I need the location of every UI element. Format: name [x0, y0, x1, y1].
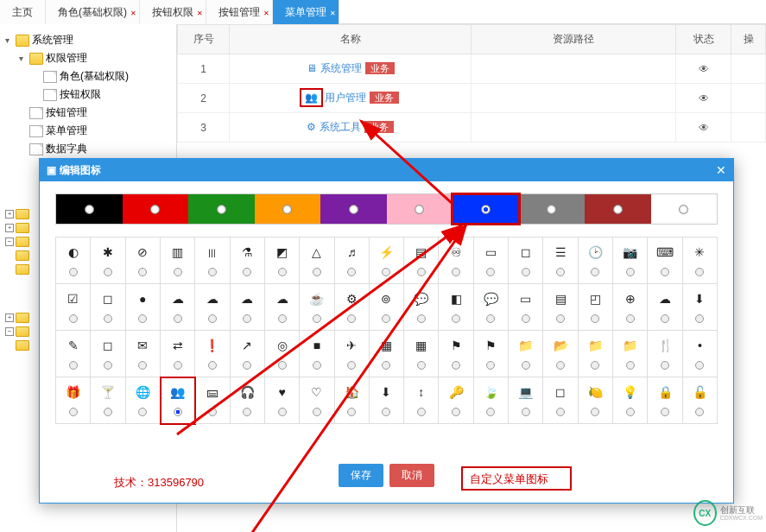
icon-option[interactable]: ⚗	[231, 238, 265, 284]
icon-option[interactable]: 📁	[613, 331, 648, 377]
color-swatch[interactable]	[188, 194, 255, 224]
icon-option[interactable]: ✎	[56, 331, 91, 377]
table-row[interactable]: 1 🖥系统管理业务 👁	[178, 54, 766, 84]
icon-option[interactable]: ⌨	[648, 238, 682, 284]
color-swatch[interactable]	[585, 194, 651, 224]
icon-option[interactable]: ♾	[439, 238, 473, 284]
icon-option[interactable]: 🕑	[579, 238, 613, 284]
icon-option[interactable]: △	[300, 238, 334, 284]
color-swatch[interactable]	[387, 194, 453, 224]
icon-option[interactable]: 🍴	[648, 331, 682, 377]
icon-option[interactable]: ◰	[579, 284, 613, 331]
tree-node-btnperm[interactable]: 按钮权限	[5, 86, 171, 104]
icon-option[interactable]: 💬	[404, 284, 439, 331]
color-swatch[interactable]	[519, 194, 586, 224]
tab-btn-mgmt[interactable]: 按钮管理✕	[206, 0, 273, 24]
icon-option[interactable]: ⚑	[474, 331, 509, 377]
color-swatch[interactable]	[123, 194, 189, 224]
icon-option[interactable]: 📁	[579, 331, 613, 377]
cancel-button[interactable]: 取消	[389, 464, 434, 487]
icon-option[interactable]: 💬	[474, 284, 509, 331]
close-icon[interactable]: ✕	[263, 2, 269, 26]
icon-option[interactable]: ◐	[56, 238, 91, 284]
icon-option[interactable]: 💡	[613, 377, 648, 424]
icon-option[interactable]: ❗	[195, 331, 230, 377]
eye-icon[interactable]: 👁	[676, 113, 731, 142]
icon-option[interactable]: 🏠	[335, 377, 370, 424]
save-button[interactable]: 保存	[339, 464, 383, 487]
icon-option[interactable]: ⊕	[613, 284, 648, 331]
icon-option[interactable]: 🍋	[579, 377, 613, 424]
dialog-header[interactable]: ▣编辑图标 ✕	[40, 159, 733, 181]
icon-option[interactable]: ▤	[404, 238, 439, 284]
icon-option[interactable]: 🍸	[91, 377, 125, 424]
icon-option[interactable]: ◩	[265, 238, 300, 284]
icon-option[interactable]: ▦	[370, 331, 404, 377]
icon-option[interactable]: ⊚	[370, 284, 404, 331]
icon-option[interactable]: ☁	[195, 284, 230, 331]
icon-option[interactable]: ↗	[231, 331, 265, 377]
icon-option[interactable]: ✉	[126, 331, 161, 377]
icon-option[interactable]: ⊘	[126, 238, 161, 284]
icon-option[interactable]: 🎁	[56, 377, 91, 424]
color-swatch[interactable]	[651, 194, 718, 224]
tab-role[interactable]: 角色(基础权限)✕	[46, 0, 140, 24]
icon-option[interactable]: ⬇	[370, 377, 404, 424]
color-swatch[interactable]	[320, 194, 387, 224]
icon-option[interactable]: ☁	[161, 284, 195, 331]
close-icon[interactable]: ✕	[197, 2, 203, 26]
icon-option[interactable]: ◻	[91, 331, 125, 377]
table-row[interactable]: 3 ⚙系统工具业务 👁	[178, 113, 766, 142]
icon-option[interactable]: ↕	[404, 377, 439, 424]
color-swatch[interactable]	[453, 194, 519, 224]
tab-menu-mgmt[interactable]: 菜单管理✕	[273, 0, 339, 24]
tree-node-menumgmt[interactable]: 菜单管理	[5, 122, 171, 140]
icon-option[interactable]: 🍃	[474, 377, 509, 424]
icon-option[interactable]: 👥	[161, 377, 195, 424]
icon-option[interactable]: ☁	[231, 284, 265, 331]
icon-option[interactable]: ✈	[335, 331, 370, 377]
icon-option[interactable]: 📁	[509, 331, 543, 377]
icon-option[interactable]: 🔒	[648, 377, 682, 424]
close-icon[interactable]: ✕	[716, 159, 726, 181]
icon-option[interactable]: ◻	[91, 284, 125, 331]
close-icon[interactable]: ✕	[130, 2, 136, 26]
icon-option[interactable]: ♡	[300, 377, 334, 424]
color-swatch[interactable]	[56, 194, 123, 224]
tab-btn-perm[interactable]: 按钮权限✕	[140, 0, 206, 24]
table-row[interactable]: 2 👥用户管理业务 👁	[178, 84, 766, 113]
icon-option[interactable]: 🔑	[439, 377, 473, 424]
tab-home[interactable]: 主页	[0, 0, 46, 24]
icon-option[interactable]: •	[683, 331, 718, 377]
icon-option[interactable]: ♬	[335, 238, 370, 284]
icon-option[interactable]: ☰	[543, 238, 578, 284]
icon-option[interactable]: ⚙	[335, 284, 370, 331]
tree-node-system[interactable]: ▾系统管理	[5, 31, 171, 49]
icon-option[interactable]: ☑	[56, 284, 91, 331]
icon-option[interactable]: ▥	[161, 238, 195, 284]
icon-option[interactable]: 🎧	[231, 377, 265, 424]
icon-option[interactable]: ⚡	[370, 238, 404, 284]
icon-option[interactable]: 🖴	[195, 377, 230, 424]
icon-option[interactable]: ◧	[439, 284, 473, 331]
icon-option[interactable]: 💻	[509, 377, 543, 424]
tree-node-datadict[interactable]: 数据字典	[5, 140, 171, 158]
icon-option[interactable]: ✱	[91, 238, 125, 284]
tree-node-btnmgmt[interactable]: 按钮管理	[5, 104, 171, 122]
icon-option[interactable]: ☁	[265, 284, 300, 331]
icon-option[interactable]: ◻	[543, 377, 578, 424]
icon-option[interactable]: 📂	[543, 331, 578, 377]
icon-option[interactable]: ▭	[509, 284, 543, 331]
icon-option[interactable]: ◻	[509, 238, 543, 284]
icon-option[interactable]: ▦	[404, 331, 439, 377]
icon-option[interactable]: ■	[300, 331, 334, 377]
icon-option[interactable]: ⬇	[683, 284, 718, 331]
icon-option[interactable]: ☁	[648, 284, 682, 331]
icon-option[interactable]: ⫼	[195, 238, 230, 284]
icon-option[interactable]: ✳	[683, 238, 718, 284]
eye-icon[interactable]: 👁	[676, 54, 731, 84]
icon-option[interactable]: ▤	[543, 284, 578, 331]
icon-option[interactable]: 🌐	[126, 377, 161, 424]
icon-option[interactable]: ⚑	[439, 331, 473, 377]
icon-option[interactable]: ▭	[474, 238, 509, 284]
